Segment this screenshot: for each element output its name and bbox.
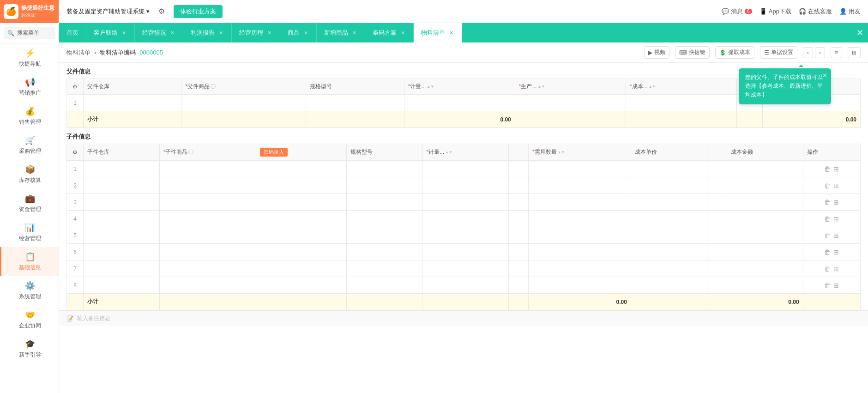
child-spec-8[interactable] <box>346 277 422 294</box>
parent-warehouse-1[interactable] <box>84 95 181 111</box>
child-scan-7[interactable] <box>256 260 346 277</box>
child-spec-6[interactable] <box>346 244 422 260</box>
tab-close-3[interactable]: ✕ <box>217 30 224 36</box>
child-qty-needed-1[interactable] <box>529 161 631 177</box>
child-warehouse-7[interactable] <box>84 260 160 277</box>
trial-button[interactable]: 体验行业方案 <box>174 5 223 18</box>
child-spec-4[interactable] <box>346 211 422 227</box>
child-scan-8[interactable] <box>256 277 346 294</box>
tab-close-4[interactable]: ✕ <box>266 30 272 36</box>
copy-icon-5[interactable]: ⊞ <box>833 232 839 239</box>
child-unit-cost-4[interactable] <box>631 211 707 227</box>
child-product-3[interactable] <box>159 194 256 211</box>
tab-close-6[interactable]: ✕ <box>351 30 357 36</box>
message-button[interactable]: 💬 消息 6 <box>722 7 752 16</box>
child-unit-cost-3[interactable] <box>631 194 707 211</box>
copy-icon-1[interactable]: ⊞ <box>833 165 839 173</box>
child-warehouse-1[interactable] <box>84 161 160 177</box>
tooltip-close-button[interactable]: ✕ <box>822 71 827 81</box>
parent-qty-unit-1[interactable] <box>404 95 515 111</box>
child-qty-unit-5[interactable] <box>422 227 508 244</box>
parent-product-1[interactable] <box>181 95 306 111</box>
sidebar-item-企业协同[interactable]: 🤝 企业协同 <box>0 305 59 334</box>
copy-icon-6[interactable]: ⊞ <box>833 248 839 256</box>
child-scan-5[interactable] <box>256 227 346 244</box>
extract-cost-button[interactable]: 💲 提取成本 <box>715 46 754 59</box>
delete-icon-6[interactable]: 🗑 <box>824 248 831 256</box>
child-warehouse-5[interactable] <box>84 227 160 244</box>
child-warehouse-6[interactable] <box>84 244 160 260</box>
shortcut-button[interactable]: ⌨ 快捷键 <box>675 46 710 59</box>
child-product-8[interactable] <box>159 277 256 294</box>
child-qty-needed-7[interactable] <box>529 260 631 277</box>
nav-tab-条码方案[interactable]: 条码方案✕ <box>365 23 414 42</box>
child-qty-needed-2[interactable] <box>529 177 631 194</box>
gear-button[interactable]: ⚙ <box>155 5 168 18</box>
parent-spec-1[interactable] <box>306 95 404 111</box>
delete-icon-2[interactable]: 🗑 <box>824 182 831 189</box>
nav-tab-商品[interactable]: 商品✕ <box>280 23 317 42</box>
delete-icon-5[interactable]: 🗑 <box>824 232 831 239</box>
nav-tab-经营历程[interactable]: 经营历程✕ <box>232 23 280 42</box>
search-menu-button[interactable]: 🔍 搜索菜单 <box>4 27 55 39</box>
child-qty-unit-6[interactable] <box>422 244 508 260</box>
sidebar-item-基础信息[interactable]: 📋 基础信息 <box>0 247 59 276</box>
sidebar-item-采购管理[interactable]: 🛒 采购管理 <box>0 131 59 160</box>
child-qty-unit-7[interactable] <box>422 260 508 277</box>
child-unit-cost-6[interactable] <box>631 244 707 260</box>
child-scan-3[interactable] <box>256 194 346 211</box>
next-button[interactable]: › <box>815 47 825 58</box>
child-product-7[interactable] <box>159 260 256 277</box>
child-qty-unit-4[interactable] <box>422 211 508 227</box>
menu-button[interactable]: ≡ <box>831 47 842 58</box>
child-warehouse-3[interactable] <box>84 194 160 211</box>
sidebar-search[interactable]: 🔍 搜索菜单 <box>0 23 59 43</box>
tab-close-7[interactable]: ✕ <box>399 30 406 36</box>
delete-icon-8[interactable]: 🗑 <box>824 282 831 289</box>
child-scan-2[interactable] <box>256 177 346 194</box>
sidebar-item-库存核算[interactable]: 📦 库存核算 <box>0 160 59 189</box>
child-spec-1[interactable] <box>346 161 422 177</box>
delete-icon-3[interactable]: 🗑 <box>824 199 831 206</box>
sidebar-item-系统管理[interactable]: ⚙️ 系统管理 <box>0 276 59 305</box>
child-col-scan[interactable]: 扫码录入 <box>256 144 346 161</box>
nav-tab-客户联络[interactable]: 客户联络✕ <box>86 23 135 42</box>
child-spec-5[interactable] <box>346 227 422 244</box>
system-selector[interactable]: 装备及固定资产辅助管理系统 ▾ <box>66 7 150 16</box>
child-qty-needed-8[interactable] <box>529 277 631 294</box>
expand-button[interactable]: ⊞ <box>848 47 861 58</box>
sidebar-item-资金管理[interactable]: 💼 资金管理 <box>0 189 59 218</box>
tab-close-1[interactable]: ✕ <box>121 30 127 36</box>
parent-cost-1[interactable] <box>626 95 736 111</box>
child-warehouse-8[interactable] <box>84 277 160 294</box>
prev-button[interactable]: ‹ <box>803 47 813 58</box>
sidebar-item-经营管理[interactable]: 📊 经营管理 <box>0 218 59 247</box>
delete-icon-4[interactable]: 🗑 <box>824 215 831 223</box>
online-support-button[interactable]: 🎧 在线客服 <box>799 7 832 16</box>
sidebar-item-销售管理[interactable]: 💰 销售管理 <box>0 102 59 131</box>
sidebar-item-新手引导[interactable]: 🎓 新手引导 <box>0 334 59 363</box>
child-scan-6[interactable] <box>256 244 346 260</box>
sidebar-item-快捷导航[interactable]: ⚡ 快捷导航 <box>0 43 59 73</box>
nav-tab-利润报告[interactable]: 利润报告✕ <box>183 23 232 42</box>
child-qty-needed-6[interactable] <box>529 244 631 260</box>
child-spec-7[interactable] <box>346 260 422 277</box>
copy-icon-4[interactable]: ⊞ <box>833 215 839 223</box>
video-button[interactable]: ▶ 视频 <box>644 46 669 59</box>
nav-tab-新增商品[interactable]: 新增商品✕ <box>317 23 365 42</box>
notes-placeholder[interactable]: 输入备注信息 <box>77 314 110 322</box>
child-unit-cost-5[interactable] <box>631 227 707 244</box>
child-qty-unit-1[interactable] <box>422 161 508 177</box>
tab-close-5[interactable]: ✕ <box>302 30 309 36</box>
scan-input-button[interactable]: 扫码录入 <box>260 148 288 157</box>
child-unit-cost-2[interactable] <box>631 177 707 194</box>
single-settings-button[interactable]: ☰ 单据设置 <box>760 46 797 59</box>
child-qty-unit-2[interactable] <box>422 177 508 194</box>
child-product-6[interactable] <box>159 244 256 260</box>
copy-icon-3[interactable]: ⊞ <box>833 199 839 206</box>
delete-icon-1[interactable]: 🗑 <box>824 165 831 173</box>
sidebar-item-营销推广[interactable]: 📢 营销推广 <box>0 73 59 102</box>
copy-icon-2[interactable]: ⊞ <box>833 182 839 189</box>
nav-tab-经营情况[interactable]: 经营情况✕ <box>135 23 183 42</box>
copy-icon-7[interactable]: ⊞ <box>833 265 839 272</box>
